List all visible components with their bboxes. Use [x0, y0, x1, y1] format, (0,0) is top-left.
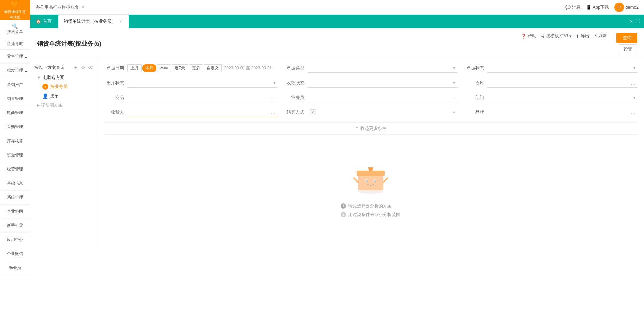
empty-step1: 1 请先选择要分析的方案: [341, 202, 400, 210]
settings-scheme-icon[interactable]: ⚙: [80, 64, 85, 71]
message-label: 消息: [572, 4, 581, 10]
clear-settlement-btn[interactable]: ×: [310, 109, 316, 115]
sidebar-item-operation[interactable]: 经营管理: [0, 162, 30, 176]
message-action[interactable]: 💬 消息: [565, 4, 581, 10]
date-btn-lastmonth[interactable]: 上月: [127, 64, 142, 72]
sidebar-item-label: 经营管理: [7, 167, 23, 171]
tab-close-icon[interactable]: ×: [118, 19, 123, 24]
query-button[interactable]: 查询: [616, 33, 637, 43]
svg-rect-1: [358, 174, 383, 190]
collapse-bar[interactable]: ⌃ 收起更多条件: [104, 122, 637, 135]
sidebar-item-label: 营销推广: [7, 82, 23, 87]
help-label: 帮助: [528, 33, 536, 39]
sidebar-item-newuser[interactable]: 新手引导: [0, 219, 30, 233]
empty-illustration: [351, 161, 391, 195]
expand-icon: ▲: [24, 55, 28, 58]
dropdown-icon: ▾: [453, 66, 455, 70]
refresh-btn[interactable]: ↺ 刷新: [593, 33, 607, 39]
app-download-label: App下载: [593, 4, 609, 10]
expand-icon: ▲: [24, 69, 28, 72]
step-num-1: 1: [341, 203, 346, 209]
collapse-panel-icon[interactable]: ≪: [87, 64, 93, 71]
tree-node-mobile[interactable]: ▶ 移动端方案: [30, 101, 97, 109]
sidebar-item-marketing[interactable]: 营销推广: [0, 78, 30, 92]
doc-status-control[interactable]: ▾: [487, 63, 637, 73]
tree-child-order[interactable]: 👤 按单: [30, 91, 97, 101]
date-btn-thisyear[interactable]: 本年: [157, 64, 171, 72]
app-download-action[interactable]: 📱 App下载: [586, 4, 609, 10]
dept-control[interactable]: ▾: [487, 93, 637, 102]
dropdown-icon: ▾: [633, 95, 635, 100]
date-btn-thismonth[interactable]: 本月: [142, 64, 156, 72]
help-icon: ❓: [521, 34, 526, 39]
sidebar-item-purchase[interactable]: 采购管理: [0, 120, 30, 134]
out-status-control[interactable]: ▾: [127, 78, 277, 88]
svg-point-6: [366, 180, 368, 182]
circle-active-icon: ●: [42, 84, 48, 90]
sidebar-item-finance[interactable]: 资金管理: [0, 148, 30, 162]
tab-home[interactable]: 🏠 首页: [30, 15, 57, 28]
sidebar-search[interactable]: 🔍 搜索菜单: [0, 20, 30, 38]
add-scheme-icon[interactable]: ＋: [73, 64, 78, 71]
filter-row-1: 单据日期 上月 本月 本年 近7天 更多 自定义 20: [104, 63, 637, 73]
empty-svg: [351, 161, 391, 195]
salesman-control[interactable]: …: [308, 93, 458, 102]
sidebar-item-wholesale[interactable]: 批发管理 ▲: [0, 64, 30, 78]
consignee-control[interactable]: …: [127, 108, 277, 117]
goods-control[interactable]: …: [127, 93, 277, 102]
sidebar-item-system[interactable]: 系统管理: [0, 191, 30, 205]
refresh-label: 刷新: [598, 33, 607, 39]
sidebar-item-label: 畅会员: [9, 265, 21, 270]
app-logo[interactable]: 🧡 畅捷通好生意 标准版: [0, 0, 30, 20]
breadcrumb-dropdown-icon[interactable]: ▾: [82, 5, 84, 10]
settlement-control[interactable]: × ▾: [308, 108, 458, 117]
left-panel: 按以下方案查询 ＋ ⚙ ≪ ▼ 电脑端方案: [30, 58, 97, 251]
svg-line-8: [354, 178, 358, 182]
receipt-status-label: 收款状态: [284, 80, 304, 86]
doc-type-control[interactable]: ▾: [308, 63, 458, 73]
tree-child-salesman[interactable]: ● 按业务员: [30, 82, 97, 91]
date-btn-custom[interactable]: 自定义: [204, 64, 222, 72]
refresh-icon: ↺: [593, 34, 597, 39]
tab-minimize-icon[interactable]: ×: [630, 19, 633, 24]
sidebar-item-enterprise[interactable]: 企业协同: [0, 205, 30, 219]
filter-warehouse: 仓库 …: [464, 78, 637, 88]
filter-receipt-status: 收款状态 ▾: [284, 78, 458, 88]
sidebar-item-wechat[interactable]: 企业微信: [0, 247, 30, 261]
sidebar-item-label: 企业协同: [7, 209, 23, 214]
warehouse-control[interactable]: …: [487, 78, 637, 88]
print-icon: 🖨: [540, 34, 545, 39]
sidebar-item-basic[interactable]: 基础信息: [0, 176, 30, 191]
filter-brand: 品牌 …: [464, 108, 637, 117]
tree-node-pc[interactable]: ▼ 电脑端方案: [30, 73, 97, 82]
brand-control[interactable]: …: [487, 108, 637, 117]
sidebar-item-retail[interactable]: 零售管理 ▲: [0, 50, 30, 64]
export-btn[interactable]: ⬆ 导出: [576, 33, 589, 39]
salesman-label: 业务员: [284, 95, 304, 101]
filter-consignee: 收货人 …: [104, 108, 277, 117]
sidebar-item-sales[interactable]: 销售管理: [0, 92, 30, 106]
help-btn[interactable]: ❓ 帮助: [521, 33, 536, 39]
tree-expand-icon: ▼: [37, 75, 41, 80]
tree-node-label: 电脑端方案: [43, 74, 64, 81]
settlement-label: 结算方式: [284, 109, 304, 115]
sidebar-item-apps[interactable]: 应用中心: [0, 233, 30, 247]
date-btn-more[interactable]: 更多: [189, 64, 203, 72]
quick-nav[interactable]: 快捷导航: [0, 38, 30, 50]
date-btn-7days[interactable]: 近7天: [172, 64, 188, 72]
sidebar-item-ecommerce[interactable]: 电商管理: [0, 106, 30, 120]
tab-fullscreen-icon[interactable]: ⛶: [635, 19, 640, 24]
print-btn[interactable]: 🖨 按模板打印 ▾: [540, 33, 572, 39]
svg-point-7: [374, 180, 376, 182]
filter-salesman: 业务员 …: [284, 93, 458, 102]
tree-child-label: 按业务员: [50, 84, 68, 90]
user-area[interactable]: Ea demo2: [614, 3, 639, 12]
receipt-status-control[interactable]: ▾: [308, 78, 458, 88]
logo-tag: 标准版: [4, 15, 26, 20]
sidebar-item-inventory[interactable]: 库存核算: [0, 134, 30, 148]
tab-sales-stat[interactable]: 销货单统计表（按业务员） ×: [58, 15, 129, 28]
tab-bar: 🏠 首页 销货单统计表（按业务员） × × ⛶: [30, 15, 644, 28]
collapse-icon: ⌃: [355, 126, 359, 131]
setting-button[interactable]: 设置: [619, 44, 637, 54]
sidebar-item-member[interactable]: 畅会员: [0, 261, 30, 275]
